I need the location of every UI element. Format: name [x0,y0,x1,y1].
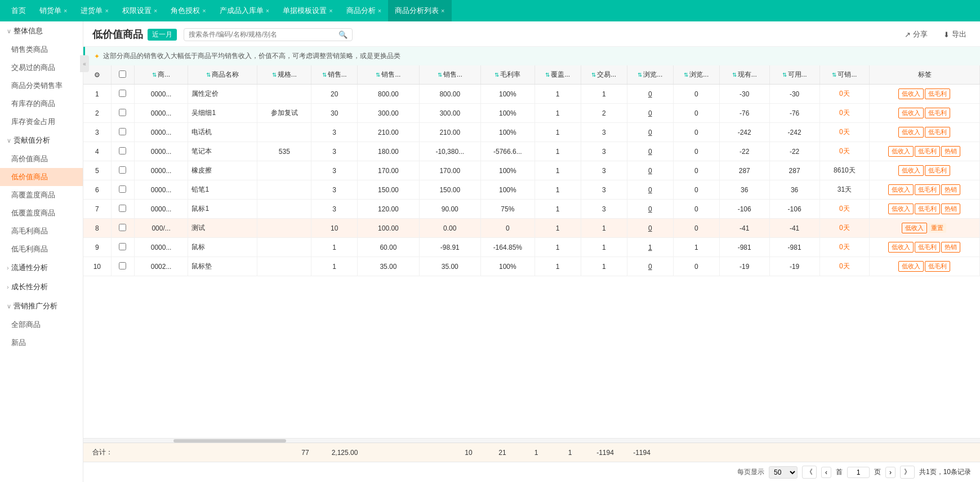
nav-close-sales[interactable]: × [64,7,67,14]
sidebar-item-high-profit[interactable]: 高毛利商品 [0,222,83,240]
browse-link[interactable]: 1 [648,244,652,251]
col-checkbox[interactable] [111,65,134,85]
nav-close-roles[interactable]: × [202,7,206,14]
nav-close-template[interactable]: × [329,7,332,14]
col-spec[interactable]: ⇅规格... [257,65,311,85]
nav-template[interactable]: 单据模板设置 × [276,0,339,21]
row-browse1[interactable]: 0 [627,123,673,142]
row-checkbox[interactable] [119,262,126,269]
sidebar-item-low-coverage[interactable]: 低覆盖度商品 [0,204,83,222]
browse-link[interactable]: 0 [648,109,652,117]
col-saleable[interactable]: ⇅可销... [819,65,870,85]
row-browse1[interactable]: 0 [627,200,673,219]
horizontal-scrollbar[interactable] [83,438,980,443]
browse-link[interactable]: 0 [648,224,652,232]
nav-close-purchase[interactable]: × [105,7,108,14]
nav-product-analysis[interactable]: 商品分析 × [340,0,388,21]
col-current[interactable]: ⇅现有... [719,65,769,85]
sidebar-item-new-goods[interactable]: 新品 [0,334,83,352]
time-badge[interactable]: 近一月 [148,29,177,41]
col-cover[interactable]: ⇅覆盖... [534,65,581,85]
row-checkbox[interactable] [119,224,126,231]
row-checkbox[interactable] [119,185,126,193]
sidebar-item-high-value[interactable]: 高价值商品 [0,150,83,168]
browse-link[interactable]: 0 [648,263,652,271]
row-browse1[interactable]: 0 [627,85,673,104]
col-trade[interactable]: ⇅交易... [581,65,627,85]
row-browse1[interactable]: 0 [627,161,673,180]
row-checkbox-cell[interactable] [111,238,134,257]
sidebar-item-traded-goods[interactable]: 交易过的商品 [0,59,83,77]
sidebar-item-stocked-goods[interactable]: 有库存的商品 [0,95,83,113]
row-browse1[interactable]: 1 [627,238,673,257]
browse-link[interactable]: 0 [648,167,652,175]
row-browse1[interactable]: 0 [627,142,673,161]
sidebar-item-all-goods[interactable]: 全部商品 [0,316,83,334]
table-container[interactable]: ⚙ ⇅商... ⇅商品名称 ⇅规格... ⇅销售... ⇅销售... ⇅销售..… [83,65,980,438]
row-browse1[interactable]: 0 [627,219,673,238]
nav-home[interactable]: 首页 [5,0,33,21]
row-checkbox[interactable] [119,128,126,135]
sidebar-item-low-value[interactable]: 低价值商品 [0,168,83,186]
nav-close-production[interactable]: × [266,7,269,14]
col-s2[interactable]: ⇅销售... [358,65,419,85]
page-size-select[interactable]: 50 100 200 [769,466,798,479]
sidebar-collapse-button[interactable]: « [80,55,89,72]
next-page-button[interactable]: › [885,467,896,478]
row-checkbox[interactable] [119,109,126,116]
row-checkbox[interactable] [119,205,126,212]
col-name[interactable]: ⇅商品名称 [188,65,257,85]
browse-link[interactable]: 0 [648,148,652,156]
col-profit[interactable]: ⇅毛利率 [480,65,534,85]
row-browse1[interactable]: 0 [627,180,673,200]
nav-close-product-analysis[interactable]: × [378,7,381,14]
sidebar-group-contribution[interactable]: ∨ 贡献值分析 [0,131,83,150]
row-checkbox-cell[interactable] [111,123,134,142]
row-checkbox-cell[interactable] [111,85,134,104]
row-browse1[interactable]: 0 [627,104,673,123]
col-browse1[interactable]: ⇅浏览... [627,65,673,85]
col-s1[interactable]: ⇅销售... [311,65,358,85]
nav-permissions[interactable]: 权限设置 × [115,0,164,21]
col-code[interactable]: ⇅商... [134,65,188,85]
row-checkbox-cell[interactable] [111,180,134,200]
nav-roles[interactable]: 角色授权 × [164,0,212,21]
first-page-button[interactable]: 《 [802,466,817,479]
select-all-checkbox[interactable] [119,70,126,78]
nav-product-list[interactable]: 商品分析列表 × [388,0,451,21]
search-icon[interactable]: 🔍 [338,30,348,39]
sidebar-group-overall[interactable]: ∨ 整体信息 [0,21,83,41]
sidebar-group-marketing[interactable]: ∨ 营销推广分析 [0,297,83,316]
row-checkbox[interactable] [119,166,126,174]
page-input[interactable] [847,467,870,478]
nav-sales[interactable]: 销货单 × [33,0,74,21]
row-checkbox[interactable] [119,90,126,97]
sidebar-item-inventory-funds[interactable]: 库存资金占用 [0,113,83,131]
row-browse1[interactable]: 0 [627,257,673,276]
row-checkbox[interactable] [119,147,126,154]
last-page-button[interactable]: 》 [900,466,915,479]
sidebar-item-sales-goods[interactable]: 销售类商品 [0,41,83,59]
row-checkbox-cell[interactable] [111,161,134,180]
row-checkbox-cell[interactable] [111,142,134,161]
row-checkbox-cell[interactable] [111,219,134,238]
browse-link[interactable]: 0 [648,205,652,213]
row-checkbox[interactable] [119,243,126,250]
search-input[interactable] [189,30,336,38]
nav-production[interactable]: 产成品入库单 × [213,0,276,21]
nav-close-permissions[interactable]: × [154,7,157,14]
export-button[interactable]: ⬇ 导出 [939,27,971,42]
browse-link[interactable]: 0 [648,90,652,98]
row-checkbox-cell[interactable] [111,104,134,123]
row-checkbox-cell[interactable] [111,200,134,219]
col-available[interactable]: ⇅可用... [769,65,819,85]
sidebar-item-high-coverage[interactable]: 高覆盖度商品 [0,186,83,204]
share-button[interactable]: ↗ 分享 [900,27,932,42]
sidebar-item-category-rate[interactable]: 商品分类销售率 [0,77,83,95]
sidebar-group-flow[interactable]: › 流通性分析 [0,258,83,277]
col-browse2[interactable]: ⇅浏览... [673,65,719,85]
sidebar-group-growth[interactable]: › 成长性分析 [0,277,83,297]
sidebar-item-low-profit[interactable]: 低毛利商品 [0,240,83,258]
browse-link[interactable]: 0 [648,129,652,136]
row-checkbox-cell[interactable] [111,257,134,276]
